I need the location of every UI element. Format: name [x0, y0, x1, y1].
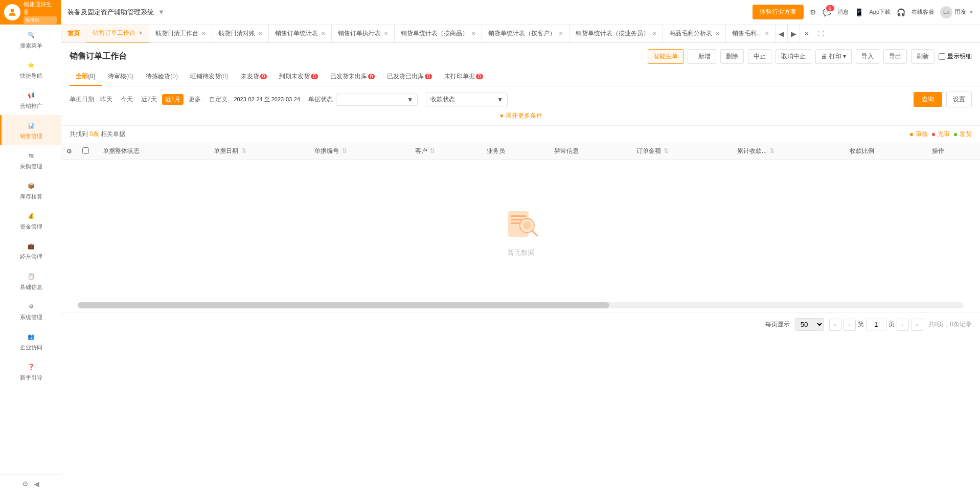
- tab-sales-gross[interactable]: 销售毛利... ✕: [726, 25, 776, 43]
- tab-gross-analysis[interactable]: 商品毛利分析表 ✕: [663, 25, 726, 43]
- tab-goods-stats-staff[interactable]: 销货单统计表（按业务员） ✕: [569, 25, 663, 43]
- tab-cash-daily-close[interactable]: ✕: [201, 31, 206, 36]
- tab-sales-stats[interactable]: 销售订单统计表 ✕: [269, 25, 332, 43]
- stop-btn[interactable]: 中止: [748, 49, 771, 64]
- col-checkbox[interactable]: [77, 143, 98, 160]
- tab-sales-exec-close[interactable]: ✕: [384, 31, 388, 36]
- sidebar-item-basic[interactable]: 📋 基础信息: [0, 266, 61, 296]
- tabs-next-btn[interactable]: ▶: [788, 25, 800, 43]
- tab-sales-stats-close[interactable]: ✕: [321, 31, 325, 36]
- sidebar-item-operations[interactable]: 💼 经营管理: [0, 236, 61, 266]
- query-btn[interactable]: 查询: [914, 92, 942, 107]
- sidebar-item-search[interactable]: 🔍 搜索菜单: [0, 25, 61, 55]
- horizontal-scrollbar[interactable]: [78, 302, 964, 308]
- tab-goods-stats-customer-close[interactable]: ✕: [559, 31, 563, 36]
- tab-goods-stats-product[interactable]: 销货单统计表（按商品） ✕: [395, 25, 482, 43]
- bulk-review-btn[interactable]: 审核: [910, 130, 928, 139]
- pagination-nav: « ‹ 第 页 › »: [829, 319, 923, 331]
- tab-sales-exec[interactable]: 销售订单执行表 ✕: [332, 25, 395, 43]
- sidebar-item-finance[interactable]: 💰 资金管理: [0, 206, 61, 236]
- print-btn[interactable]: 🖨 打印 ▾: [815, 49, 852, 64]
- tab-goods-stats-product-close[interactable]: ✕: [471, 31, 475, 36]
- tab-sales-workbench[interactable]: 销售订单工作台 ✕: [86, 25, 149, 43]
- expand-conditions-btn[interactable]: ▼ 展开更多条件: [499, 111, 543, 120]
- user-menu[interactable]: Ea 用友 ▼: [940, 6, 974, 18]
- cancel-stop-btn[interactable]: 取消中止: [776, 49, 811, 64]
- date-btn-1month[interactable]: 近1月: [162, 94, 184, 105]
- add-btn[interactable]: + 新增: [688, 49, 716, 64]
- sidebar-item-enterprise[interactable]: 👥 企业协同: [0, 326, 61, 356]
- bulk-cancel-review-btn[interactable]: 充审: [932, 130, 950, 139]
- tab-goods-stats-customer[interactable]: 销货单统计表（按客户） ✕: [482, 25, 569, 43]
- smart-create-btn[interactable]: 智能生单: [648, 49, 683, 64]
- per-page-select[interactable]: 50 100 200: [795, 318, 824, 331]
- sub-tab-shipped-not-out[interactable]: 已发货未出库0: [324, 68, 381, 86]
- sub-tab-overdue-not-shipped[interactable]: 到期未发货0: [273, 68, 324, 86]
- sidebar-item-purchase[interactable]: 🛍 采购管理: [0, 145, 61, 175]
- sidebar-label-enterprise: 企业协同: [20, 344, 42, 351]
- pagination-last-btn[interactable]: »: [911, 319, 923, 331]
- col-settings[interactable]: ⚙: [61, 143, 77, 160]
- filter-status-select[interactable]: ▼: [336, 94, 418, 106]
- pagination-next-btn[interactable]: ›: [897, 319, 909, 331]
- tab-sales-workbench-close[interactable]: ✕: [139, 30, 143, 36]
- date-btn-yesterday[interactable]: 昨天: [97, 94, 116, 105]
- refresh-btn[interactable]: 刷新: [911, 49, 935, 64]
- tabs-prev-btn[interactable]: ◀: [776, 25, 788, 43]
- sidebar-label-purchase: 采购管理: [20, 163, 42, 170]
- show-detail-input[interactable]: [939, 53, 945, 60]
- app-download-btn[interactable]: 📱: [855, 8, 863, 16]
- select-all-checkbox[interactable]: [82, 147, 89, 154]
- date-btn-7days[interactable]: 近7天: [138, 94, 160, 105]
- export-btn[interactable]: 导出: [883, 49, 907, 64]
- col-amount[interactable]: 订单金额 ⇅: [631, 143, 732, 160]
- sub-tab-shipped-out[interactable]: 已发货已出库0: [381, 68, 438, 86]
- sub-tab-pending-review[interactable]: 待审核(0): [102, 68, 140, 86]
- tab-goods-stats-staff-close[interactable]: ✕: [652, 31, 656, 36]
- collapse-icon[interactable]: ◀: [34, 480, 39, 488]
- sidebar-label-inventory: 库存核算: [20, 193, 42, 200]
- sidebar-item-sales[interactable]: 📊 销售管理: [0, 115, 61, 145]
- import-btn[interactable]: 导入: [856, 49, 879, 64]
- scrollbar-thumb[interactable]: [78, 302, 609, 308]
- sidebar-item-marketing[interactable]: 📢 营销推广: [0, 85, 61, 115]
- industry-btn[interactable]: 体验行业方案: [753, 5, 804, 19]
- pagination-prev-btn[interactable]: ‹: [844, 319, 856, 331]
- pagination-first-btn[interactable]: «: [829, 319, 841, 331]
- sub-tab-wangpu-pending[interactable]: 旺铺待发货(0): [184, 68, 235, 86]
- col-customer[interactable]: 客户 ⇅: [410, 143, 482, 160]
- sidebar-item-guide[interactable]: ❓ 新手引导: [0, 356, 61, 387]
- online-service-btn[interactable]: 🎧: [897, 8, 905, 16]
- show-detail-checkbox[interactable]: 显示明细: [939, 52, 972, 61]
- delete-btn[interactable]: 删除: [720, 49, 744, 64]
- col-number[interactable]: 单据编号 ⇅: [309, 143, 410, 160]
- tab-gross-analysis-close[interactable]: ✕: [715, 31, 719, 36]
- sub-tab-all[interactable]: 全部(0): [70, 68, 102, 86]
- sub-tab-not-printed[interactable]: 未打印单据0: [438, 68, 489, 86]
- tab-home[interactable]: 首页: [61, 25, 86, 43]
- col-received[interactable]: 累计收款... ⇅: [732, 143, 845, 160]
- filter-settings-btn[interactable]: 设置: [946, 92, 972, 107]
- pagination-page-input[interactable]: [866, 319, 886, 330]
- sub-tab-not-shipped[interactable]: 未发货0: [235, 68, 274, 86]
- sidebar-item-quick-nav[interactable]: ⭐ 快捷导航: [0, 55, 61, 85]
- tab-cash-daily[interactable]: 钱货日清工作台 ✕: [149, 25, 212, 43]
- tabs-maximize-btn[interactable]: ⛶: [813, 25, 828, 43]
- topbar-dropdown-icon[interactable]: ▼: [158, 8, 165, 16]
- sidebar-item-inventory[interactable]: 📦 库存核算: [0, 175, 61, 206]
- sub-tab-pending-inspection[interactable]: 待拣验货(0): [140, 68, 184, 86]
- settings-topbar-btn[interactable]: ⚙: [810, 8, 816, 16]
- tab-reconcile-close[interactable]: ✕: [258, 31, 262, 36]
- message-btn[interactable]: 💬 6: [823, 8, 831, 16]
- settings-footer-icon[interactable]: ⚙: [22, 480, 29, 488]
- date-btn-custom[interactable]: 自定义: [206, 94, 231, 105]
- date-btn-today[interactable]: 今天: [118, 94, 136, 105]
- date-btn-more[interactable]: 更多: [186, 94, 204, 105]
- tab-reconcile[interactable]: 钱货日清对账 ✕: [212, 25, 269, 43]
- bulk-ship-btn[interactable]: 发货: [954, 130, 972, 139]
- col-date[interactable]: 单据日期 ⇅: [209, 143, 309, 160]
- tab-sales-gross-close[interactable]: ✕: [765, 31, 769, 36]
- filter-payment-select[interactable]: 收款状态 ▼: [426, 93, 508, 106]
- tabs-close-all-btn[interactable]: ✕: [800, 25, 813, 43]
- sidebar-item-system[interactable]: ⚙ 系统管理: [0, 296, 61, 326]
